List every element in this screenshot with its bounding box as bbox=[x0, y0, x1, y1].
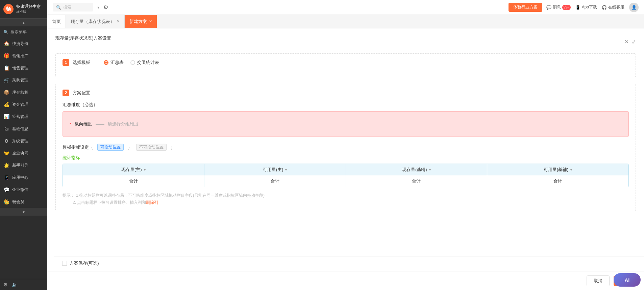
sidebar-search-label: 搜索菜单 bbox=[10, 29, 27, 35]
sidebar-item-operations[interactable]: 📊 经营管理 bbox=[0, 111, 47, 123]
sidebar-item-label: 库存核算 bbox=[12, 90, 28, 95]
sidebar-search-item[interactable]: 🔍 搜索菜单 bbox=[0, 26, 47, 38]
stats-col-3[interactable]: 现存量(基辅) ▾ bbox=[346, 164, 488, 175]
ai-bubble[interactable]: Ai bbox=[614, 273, 641, 287]
sidebar-bottom: ⚙ 🔈 bbox=[0, 279, 47, 290]
sidebar-item-system[interactable]: ⚙ 系统管理 bbox=[0, 135, 47, 147]
tips-title: 提示： bbox=[63, 193, 75, 198]
section1: 1 选择模板 汇总表 交叉统计表 bbox=[55, 53, 636, 77]
sidebar-scroll: ▲ 🔍 搜索菜单 🏠 快捷导航 🎁 营销推广 📋 销售管理 🛒 采购管理 📦 库… bbox=[0, 19, 47, 279]
content-inner: 现存量(库存状况表)方案设置 ✕ ⤢ 1 选择模板 汇总表 bbox=[47, 28, 644, 290]
mobile-icon: 📱 bbox=[575, 5, 580, 10]
section2: 2 方案配置 汇总维度（必选） * 纵向维度 —— 请选择分组维度 模板指标设定… bbox=[55, 84, 636, 211]
speaker-icon[interactable]: 🔈 bbox=[12, 282, 18, 287]
search-icon: 🔍 bbox=[56, 5, 61, 10]
radio-summary-circle bbox=[104, 60, 108, 65]
radio-cross-label: 交叉统计表 bbox=[137, 59, 159, 66]
sidebar-item-label: 畅会员 bbox=[12, 199, 24, 205]
stats-cell-1-4: 合计 bbox=[487, 175, 628, 187]
section2-title: 方案配置 bbox=[73, 90, 90, 96]
sidebar-item-sales[interactable]: 📋 销售管理 bbox=[0, 62, 47, 74]
sidebar-item-basic-info[interactable]: 🗂 基础信息 bbox=[0, 123, 47, 135]
app-download-item[interactable]: 📱 App下载 bbox=[575, 4, 597, 10]
stats-col-4[interactable]: 可用量(基辅) ▾ bbox=[487, 164, 628, 175]
online-support-item[interactable]: 🎧 在线客服 bbox=[602, 4, 624, 10]
sidebar-item-label: 销售管理 bbox=[12, 65, 28, 71]
section2-num: 2 bbox=[63, 90, 69, 96]
stats-cell-1-3: 合计 bbox=[346, 175, 488, 187]
scroll-up-btn[interactable]: ▲ bbox=[0, 19, 47, 26]
inventory-status-tab-close[interactable]: ✕ bbox=[117, 19, 120, 24]
cooperation-icon: 🤝 bbox=[3, 150, 9, 156]
sidebar-item-finance[interactable]: 💰 资金管理 bbox=[0, 98, 47, 111]
topbar-search[interactable]: 🔍 搜索 bbox=[53, 3, 93, 11]
sidebar-item-member[interactable]: 👑 畅会员 bbox=[0, 196, 47, 208]
dimension-box: * 纵向维度 —— 请选择分组维度 bbox=[63, 111, 629, 137]
logo-text: 畅康通好生意 bbox=[16, 4, 41, 9]
cancel-button[interactable]: 取消 bbox=[587, 275, 610, 286]
wechat-icon: 💬 bbox=[3, 187, 9, 193]
stats-label: 统计指标 bbox=[63, 155, 629, 161]
close-page-icon[interactable]: ✕ bbox=[624, 39, 629, 45]
save-option: 方案保存(可选) bbox=[54, 257, 644, 270]
sidebar-item-inventory[interactable]: 📦 库存核算 bbox=[0, 86, 47, 98]
save-checkbox[interactable] bbox=[62, 261, 67, 266]
stats-col-3-arrow: ▾ bbox=[429, 168, 431, 172]
trial-btn[interactable]: 体验行业方案 bbox=[509, 3, 542, 12]
user-avatar[interactable]: 👤 bbox=[629, 3, 639, 12]
topbar: 🔍 搜索 ▾ ⚙ 体验行业方案 💬 消息 99+ 📱 App下载 🎧 在线客服 … bbox=[47, 0, 644, 15]
msg-item[interactable]: 💬 消息 99+ bbox=[546, 4, 571, 10]
scroll-down-btn[interactable]: ▼ bbox=[0, 208, 47, 216]
app-download-label: App下载 bbox=[582, 4, 597, 10]
dim-placeholder: 请选择分组维度 bbox=[108, 121, 139, 127]
search-placeholder: 搜索 bbox=[63, 4, 71, 10]
logo-icon: 畅 bbox=[3, 4, 14, 14]
required-star: * bbox=[70, 122, 71, 127]
badge-draggable: 可拖动位置 bbox=[97, 144, 124, 151]
sidebar-item-purchase[interactable]: 🛒 采购管理 bbox=[0, 74, 47, 86]
topbar-gear-icon[interactable]: ⚙ bbox=[103, 4, 108, 10]
stats-section: 统计指标 现存量(主) ▾ 可用量(主) ▾ bbox=[63, 155, 629, 187]
dim-divider: —— bbox=[96, 122, 104, 127]
purchase-icon: 🛒 bbox=[3, 77, 9, 83]
tab-home[interactable]: 首页 bbox=[47, 15, 66, 28]
sidebar-item-label: 营销推广 bbox=[12, 53, 28, 59]
settings-icon[interactable]: ⚙ bbox=[3, 282, 8, 287]
stats-col-1[interactable]: 现存量(主) ▾ bbox=[63, 164, 204, 175]
action-bar: 取消 查询 bbox=[47, 271, 644, 290]
indicator-settings-label: 模板指标设定（ bbox=[63, 144, 93, 150]
tab-inventory-status[interactable]: 现存量（库存状况表） ✕ bbox=[66, 15, 125, 28]
sidebar-item-app-center[interactable]: 📱 应用中心 bbox=[0, 171, 47, 184]
ai-label: Ai bbox=[625, 277, 630, 283]
tips-section: 提示： 1.拖动标题栏可以调整布局，不可跨维度或指标区域拖动栏目字段(只能在同一… bbox=[63, 193, 629, 206]
new-plan-tab-close[interactable]: ✕ bbox=[149, 19, 152, 24]
sidebar-item-marketing[interactable]: 🎁 营销推广 bbox=[0, 50, 47, 62]
tab-new-plan[interactable]: 新建方案 ✕ bbox=[125, 15, 157, 28]
stats-col-2-arrow: ▾ bbox=[285, 168, 287, 172]
basic-info-icon: 🗂 bbox=[3, 126, 9, 132]
radio-cross[interactable]: 交叉统计表 bbox=[130, 59, 159, 66]
gift-icon: 🎁 bbox=[3, 53, 9, 59]
msg-badge: 99+ bbox=[562, 5, 571, 10]
sidebar-item-wechat[interactable]: 💬 企业微信 bbox=[0, 184, 47, 196]
tips-delete-link[interactable]: 删除列 bbox=[146, 200, 158, 205]
badge-not-draggable: 不可拖动位置 bbox=[136, 144, 167, 151]
home-icon: 🏠 bbox=[3, 41, 9, 47]
member-icon: 👑 bbox=[3, 199, 9, 205]
sidebar-item-cooperation[interactable]: 🤝 企业协同 bbox=[0, 147, 47, 159]
stats-col-4-label: 可用量(基辅) bbox=[544, 167, 569, 173]
inventory-status-tab-label: 现存量（库存状况表） bbox=[71, 19, 115, 25]
sidebar-item-label: 资金管理 bbox=[12, 102, 28, 107]
sidebar-item-label: 新手引导 bbox=[12, 163, 28, 168]
sidebar-item-newbie[interactable]: 🌟 新手引导 bbox=[0, 159, 47, 171]
sidebar-item-label: 采购管理 bbox=[12, 77, 28, 83]
sidebar-item-quick-nav[interactable]: 🏠 快捷导航 bbox=[0, 38, 47, 50]
topbar-right: 💬 消息 99+ 📱 App下载 🎧 在线客服 👤 bbox=[546, 3, 639, 12]
stats-cell-1-1: 合计 bbox=[63, 175, 204, 187]
sidebar-item-label: 快捷导航 bbox=[12, 41, 28, 47]
stats-col-2[interactable]: 可用量(主) ▾ bbox=[204, 164, 346, 175]
radio-summary[interactable]: 汇总表 bbox=[104, 59, 124, 66]
operations-icon: 📊 bbox=[3, 114, 9, 120]
topbar-dropdown-icon[interactable]: ▾ bbox=[97, 5, 99, 10]
expand-page-icon[interactable]: ⤢ bbox=[631, 39, 636, 45]
